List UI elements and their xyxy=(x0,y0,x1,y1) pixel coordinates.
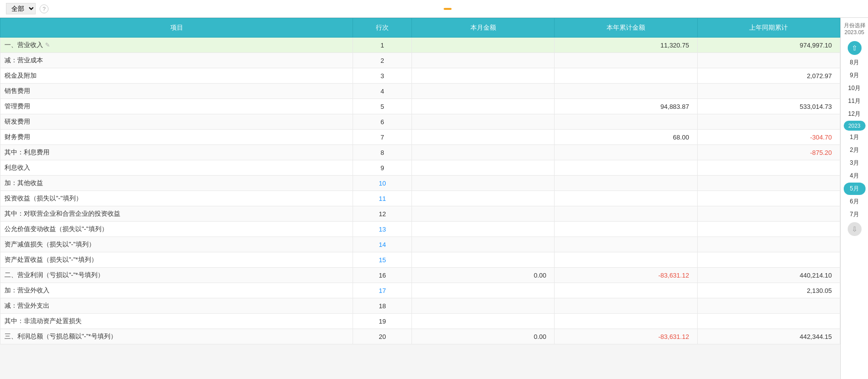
header-month: 本月金额 xyxy=(412,18,555,38)
cell-month: 0.00 xyxy=(412,329,555,344)
month-item[interactable]: 6月 xyxy=(844,195,866,208)
month-item[interactable]: 12月 xyxy=(844,108,866,120)
month-item[interactable]: 3月 xyxy=(844,157,866,169)
cell-row-number: 1 xyxy=(353,38,412,53)
cell-item: 其中：利息费用 xyxy=(0,145,353,160)
report-table: 项目 行次 本月金额 本年累计金额 上年同期累计 一、营业收入✎111,320.… xyxy=(0,18,840,344)
cell-prev xyxy=(697,237,840,252)
cell-month xyxy=(412,283,555,298)
cell-month xyxy=(412,206,555,222)
cell-year xyxy=(555,283,697,298)
month-item[interactable]: 2023 xyxy=(844,121,866,131)
table-row: 其中：对联营企业和合营企业的投资收益12 xyxy=(0,206,840,222)
cell-year xyxy=(555,222,697,237)
cell-item: 管理费用 xyxy=(0,99,353,114)
month-item[interactable]: 1月 xyxy=(844,131,866,143)
cell-item: 二、营业利润（亏损以"-"*号填列） xyxy=(0,268,353,283)
cell-prev: 2,130.05 xyxy=(697,283,840,298)
cell-row-number: 14 xyxy=(353,237,412,252)
table-row: 加：其他收益10 xyxy=(0,176,840,191)
cell-row-number: 10 xyxy=(353,176,412,191)
cell-row-number: 4 xyxy=(353,84,412,99)
month-item[interactable]: 8月 xyxy=(844,56,866,69)
cell-month xyxy=(412,38,555,53)
cell-month xyxy=(412,191,555,206)
table-row: 其中：利息费用8-875.20 xyxy=(0,145,840,160)
cell-month xyxy=(412,314,555,329)
cell-prev: 442,344.15 xyxy=(697,329,840,344)
cell-year xyxy=(555,160,697,176)
cell-prev xyxy=(697,252,840,268)
cell-prev xyxy=(697,222,840,237)
cell-prev xyxy=(697,206,840,222)
main-container: 项目 行次 本月金额 本年累计金额 上年同期累计 一、营业收入✎111,320.… xyxy=(0,18,868,379)
table-row: 研发费用6 xyxy=(0,114,840,130)
cell-prev xyxy=(697,298,840,314)
cell-month xyxy=(412,298,555,314)
cell-prev xyxy=(697,84,840,99)
header-prev: 上年同期累计 xyxy=(697,18,840,38)
cell-item: 加：营业外收入 xyxy=(0,283,353,298)
table-row: 三、利润总额（亏损总额以"-"*号填列）200.00-83,631.12442,… xyxy=(0,329,840,344)
top-bar: 全部 ? xyxy=(0,0,868,18)
table-row: 投资收益（损失以"-"填列）11 xyxy=(0,191,840,206)
cell-row-number: 13 xyxy=(353,222,412,237)
month-item[interactable]: 11月 xyxy=(844,95,866,107)
cell-prev: 2,072.97 xyxy=(697,68,840,84)
table-row: 其中：非流动资产处置损失19 xyxy=(0,314,840,329)
month-nav-down[interactable]: ⇩ xyxy=(848,222,862,236)
top-bar-left: 全部 ? xyxy=(6,3,49,14)
cell-month xyxy=(412,145,555,160)
cell-row-number: 3 xyxy=(353,68,412,84)
cell-item: 投资收益（损失以"-"填列） xyxy=(0,191,353,206)
table-row: 管理费用594,883.87533,014.73 xyxy=(0,99,840,114)
cell-row-number: 12 xyxy=(353,206,412,222)
edit-icon[interactable]: ✎ xyxy=(45,42,50,48)
cell-year xyxy=(555,68,697,84)
cell-item: 一、营业收入✎ xyxy=(0,38,353,53)
cell-prev xyxy=(697,53,840,68)
month-item[interactable]: 7月 xyxy=(844,208,866,221)
cell-prev: 440,214.10 xyxy=(697,268,840,283)
cell-prev xyxy=(697,314,840,329)
cell-row-number: 6 xyxy=(353,114,412,130)
month-item[interactable]: 10月 xyxy=(844,82,866,95)
cell-row-number: 19 xyxy=(353,314,412,329)
cell-row-number: 9 xyxy=(353,160,412,176)
cell-prev xyxy=(697,191,840,206)
cell-month xyxy=(412,99,555,114)
cell-prev: 974,997.10 xyxy=(697,38,840,53)
cell-item: 资产处置收益（损失以"-"*填列） xyxy=(0,252,353,268)
cell-prev xyxy=(697,160,840,176)
cell-year xyxy=(555,252,697,268)
cell-row-number: 20 xyxy=(353,329,412,344)
table-row: 二、营业利润（亏损以"-"*号填列）160.00-83,631.12440,21… xyxy=(0,268,840,283)
cell-row-number: 7 xyxy=(353,130,412,145)
cell-month: 0.00 xyxy=(412,268,555,283)
month-nav-up[interactable]: ⇧ xyxy=(848,41,862,55)
cell-year xyxy=(555,191,697,206)
cell-year xyxy=(555,237,697,252)
cell-item: 公允价值变动收益（损失以"-"填列） xyxy=(0,222,353,237)
cell-year xyxy=(555,84,697,99)
help-icon[interactable]: ? xyxy=(40,4,49,13)
cell-item: 三、利润总额（亏损总额以"-"*号填列） xyxy=(0,329,353,344)
month-item[interactable]: 9月 xyxy=(844,69,866,82)
month-item[interactable]: 2月 xyxy=(844,144,866,156)
cell-prev: 533,014.73 xyxy=(697,99,840,114)
month-item[interactable]: 4月 xyxy=(844,170,866,182)
table-row: 公允价值变动收益（损失以"-"填列）13 xyxy=(0,222,840,237)
cell-year xyxy=(555,314,697,329)
cell-item: 其中：非流动资产处置损失 xyxy=(0,314,353,329)
cell-item: 利息收入 xyxy=(0,160,353,176)
cell-month xyxy=(412,222,555,237)
cell-row-number: 11 xyxy=(353,191,412,206)
cell-prev xyxy=(697,114,840,130)
category-dropdown[interactable]: 全部 xyxy=(6,3,36,14)
cell-month xyxy=(412,53,555,68)
status-badge xyxy=(444,8,452,10)
header-year: 本年累计金额 xyxy=(555,18,697,38)
cell-year: -83,631.12 xyxy=(555,268,697,283)
month-item[interactable]: 5月 xyxy=(844,183,866,195)
cell-item: 减：营业外支出 xyxy=(0,298,353,314)
